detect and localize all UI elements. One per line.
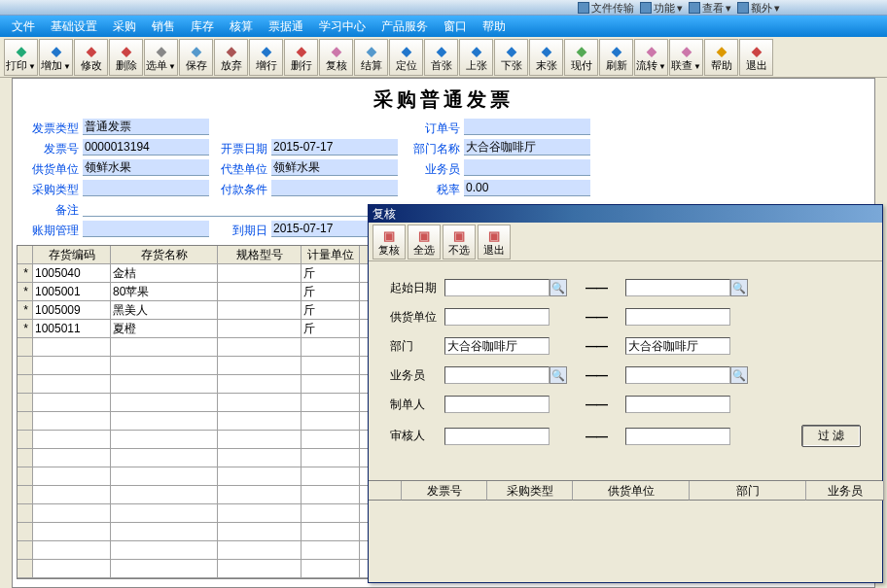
toolbar-保存[interactable]: ◆保存 — [179, 39, 213, 76]
cell-name[interactable]: 金桔 — [111, 264, 218, 283]
field-tax-rate[interactable] — [464, 180, 590, 196]
menu-window[interactable]: 窗口 — [438, 17, 473, 37]
menu-accounting[interactable]: 核算 — [224, 17, 259, 37]
field-supplier[interactable] — [83, 159, 209, 176]
dcol-salesperson[interactable]: 业务员 — [806, 481, 884, 501]
menu-basic-settings[interactable]: 基础设置 — [45, 17, 103, 37]
toolbar-修改[interactable]: ◆修改 — [74, 39, 108, 76]
dcol-dept[interactable]: 部门 — [690, 481, 806, 501]
field-remark[interactable] — [83, 200, 398, 217]
dlg-toolbar-复核[interactable]: ▣复核 — [373, 225, 406, 259]
dlg-field-dept-from[interactable] — [444, 337, 550, 355]
menu-bill[interactable]: 票据通 — [263, 17, 309, 37]
toolbar-帮助[interactable]: ◆帮助 — [704, 39, 738, 76]
sys-extra[interactable]: 额外▾ — [737, 1, 780, 16]
toolbar-结算[interactable]: ◆结算 — [354, 39, 388, 76]
field-pay-terms[interactable] — [271, 180, 398, 196]
toolbar-现付[interactable]: ◆现付 — [564, 39, 598, 76]
toolbar-联查[interactable]: ◆联查▼ — [669, 39, 703, 76]
dlg-field-start-date-from[interactable] — [444, 279, 550, 296]
cell-spec[interactable] — [218, 301, 302, 320]
cell-code[interactable]: 1005001 — [33, 283, 111, 301]
col-unit[interactable]: 计量单位 — [302, 246, 360, 264]
cell-spec[interactable] — [218, 283, 302, 301]
sys-file-transfer[interactable]: 文件传输 — [578, 1, 634, 16]
toolbar-增行[interactable]: ◆增行 — [249, 39, 283, 76]
dlg-field-creator-from[interactable] — [444, 396, 550, 413]
field-order-no[interactable] — [464, 119, 590, 135]
toolbar-下张[interactable]: ◆下张 — [494, 39, 528, 76]
toolbar-复核[interactable]: ◆复核 — [319, 39, 353, 76]
dlg-toolbar-全选[interactable]: ▣全选 — [408, 225, 441, 259]
toolbar-删行[interactable]: ◆删行 — [284, 39, 318, 76]
dcol-invoice-no[interactable]: 发票号 — [402, 481, 487, 501]
dlg-field-salesperson-to[interactable] — [625, 366, 730, 384]
cell-unit[interactable]: 斤 — [302, 301, 360, 320]
lookup-icon[interactable]: 🔍 — [550, 366, 567, 384]
dlg-label-dept: 部门 — [390, 338, 444, 355]
sys-function[interactable]: 功能▾ — [640, 1, 683, 16]
toolbar-删除[interactable]: ◆删除 — [109, 39, 143, 76]
menu-file[interactable]: 文件 — [6, 17, 41, 37]
dcol-purchase-type[interactable]: 采购类型 — [487, 481, 573, 501]
field-salesperson[interactable] — [464, 159, 590, 176]
field-agent[interactable] — [271, 159, 398, 176]
dcol-supplier[interactable]: 供货单位 — [573, 481, 690, 501]
dlg-toolbar-退出[interactable]: ▣退出 — [478, 225, 511, 259]
field-invoice-type[interactable] — [83, 119, 209, 135]
dlg-field-salesperson-from[interactable] — [444, 366, 550, 384]
cell-spec[interactable] — [218, 264, 302, 283]
cell-name[interactable]: 黑美人 — [111, 301, 218, 320]
lookup-icon[interactable]: 🔍 — [730, 366, 748, 384]
toolbar-刷新[interactable]: ◆刷新 — [599, 39, 633, 76]
filter-button[interactable]: 过 滤 — [801, 425, 861, 447]
cell-unit[interactable]: 斤 — [302, 320, 360, 338]
toolbar-放弃[interactable]: ◆放弃 — [214, 39, 248, 76]
toolbar-icon: ◆ — [574, 44, 589, 59]
row-marker: * — [18, 264, 33, 283]
menu-learning[interactable]: 学习中心 — [313, 17, 372, 37]
toolbar-末张[interactable]: ◆末张 — [529, 39, 563, 76]
sys-view[interactable]: 查看▾ — [689, 1, 731, 16]
dlg-field-reviewer-from[interactable] — [444, 428, 550, 445]
dlg-field-reviewer-to[interactable] — [625, 428, 730, 445]
cell-name[interactable]: 80苹果 — [111, 283, 218, 301]
menu-inventory[interactable]: 库存 — [185, 17, 220, 37]
toolbar-增加[interactable]: ◆增加▼ — [39, 39, 73, 76]
field-purchase-type[interactable] — [83, 180, 209, 196]
col-name[interactable]: 存货名称 — [111, 246, 218, 264]
lookup-icon[interactable]: 🔍 — [550, 279, 567, 296]
menu-sales[interactable]: 销售 — [146, 17, 181, 37]
field-dept[interactable] — [464, 139, 590, 156]
cell-code[interactable]: 1005040 — [33, 264, 111, 283]
dlg-field-supplier-from[interactable] — [444, 308, 550, 326]
dlg-field-supplier-to[interactable] — [625, 308, 730, 326]
cell-spec[interactable] — [218, 320, 302, 338]
toolbar-退出[interactable]: ◆退出 — [739, 39, 773, 76]
field-invoice-date[interactable] — [271, 139, 398, 156]
cell-code[interactable]: 1005009 — [33, 301, 111, 320]
col-code[interactable]: 存货编码 — [33, 246, 111, 264]
field-invoice-no[interactable] — [83, 139, 209, 156]
toolbar-首张[interactable]: ◆首张 — [424, 39, 458, 76]
toolbar-定位[interactable]: ◆定位 — [389, 39, 423, 76]
dlg-field-dept-to[interactable] — [625, 337, 730, 355]
lookup-icon[interactable]: 🔍 — [730, 279, 748, 296]
menu-purchase[interactable]: 采购 — [107, 17, 142, 37]
toolbar-选单[interactable]: ◆选单▼ — [144, 39, 178, 76]
cell-unit[interactable]: 斤 — [302, 264, 360, 283]
toolbar-上张[interactable]: ◆上张 — [459, 39, 493, 76]
toolbar-流转[interactable]: ◆流转▼ — [634, 39, 668, 76]
toolbar-icon: ◆ — [294, 44, 309, 59]
menu-help[interactable]: 帮助 — [477, 17, 512, 37]
toolbar-打印[interactable]: ◆打印▼ — [4, 39, 38, 76]
cell-name[interactable]: 夏橙 — [111, 320, 218, 338]
dlg-toolbar-不选[interactable]: ▣不选 — [443, 225, 476, 259]
dlg-field-creator-to[interactable] — [625, 396, 730, 413]
cell-unit[interactable]: 斤 — [302, 283, 360, 301]
menu-product-service[interactable]: 产品服务 — [375, 17, 434, 37]
dlg-field-start-date-to[interactable] — [625, 279, 730, 296]
col-spec[interactable]: 规格型号 — [218, 246, 302, 264]
cell-code[interactable]: 1005011 — [33, 320, 111, 338]
field-account-mgmt[interactable] — [83, 221, 209, 237]
